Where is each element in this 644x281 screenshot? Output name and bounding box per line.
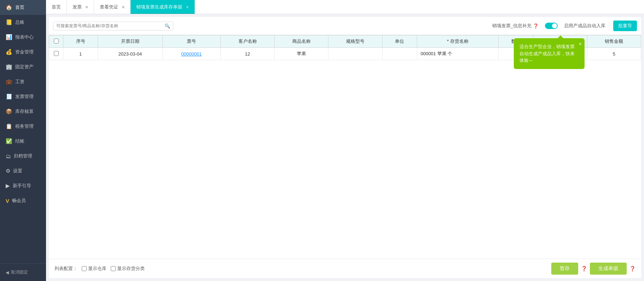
settings-icon: ⚙ bbox=[6, 168, 10, 174]
search-icon[interactable]: 🔍 bbox=[165, 23, 170, 29]
col-customer: 客户名称 bbox=[220, 35, 274, 48]
row-open-date: 2023-03-04 bbox=[98, 48, 162, 60]
generate-help-icon[interactable]: ❓ bbox=[629, 266, 636, 271]
col-open-date: 开票日期 bbox=[98, 35, 162, 48]
row-sales-amount: 5 bbox=[587, 48, 641, 60]
save-button[interactable]: 暂存 bbox=[551, 263, 578, 275]
save-help-icon[interactable]: ❓ bbox=[581, 266, 587, 271]
show-category-checkbox[interactable] bbox=[111, 266, 116, 271]
tax-icon: 📋 bbox=[6, 123, 12, 130]
row-spec bbox=[328, 48, 382, 60]
sidebar-item-assets[interactable]: 🏢 固定资产 bbox=[0, 59, 46, 74]
vip-icon: V bbox=[6, 198, 9, 204]
col-sales-amount: 销售金额 bbox=[587, 35, 641, 48]
sidebar-item-inventory[interactable]: 📦 库存核算 bbox=[0, 104, 46, 119]
sidebar-item-archive[interactable]: 🗂 归档管理 bbox=[0, 149, 46, 164]
tooltip-close-button[interactable]: × bbox=[579, 40, 582, 48]
tab-view-voucher[interactable]: 查看凭证 × bbox=[94, 0, 131, 14]
auto-toggle[interactable] bbox=[545, 23, 558, 29]
col-seq: 序号 bbox=[63, 35, 98, 48]
sidebar-item-guide[interactable]: ▶ 新手引导 bbox=[0, 178, 46, 193]
show-warehouse-label[interactable]: 显示仓库 bbox=[82, 265, 107, 272]
show-warehouse-checkbox[interactable] bbox=[82, 266, 87, 271]
row-unit bbox=[382, 48, 417, 60]
sidebar-item-invoice-mgmt[interactable]: 🧾 发票管理 bbox=[0, 89, 46, 104]
search-wrap[interactable]: 🔍 bbox=[53, 22, 173, 30]
tab-bar: 首页 发票 × 查看凭证 × 销项发票生成库存单据 × bbox=[46, 0, 644, 14]
sidebar-item-funds[interactable]: 💰 资金管理 bbox=[0, 45, 46, 59]
inventory-icon: 📦 bbox=[6, 108, 12, 115]
sidebar-item-labor[interactable]: 💼 工资 bbox=[0, 74, 46, 89]
sidebar-item-ledger[interactable]: 📒 总账 bbox=[0, 15, 46, 30]
col-inventory-name: * 存货名称 bbox=[417, 35, 499, 48]
sidebar-item-reports[interactable]: 📊 报表中心 bbox=[0, 30, 46, 45]
main-content: 首页 发票 × 查看凭证 × 销项发票生成库存单据 × 🔍 销项发票_信息补充 … bbox=[46, 0, 644, 281]
row-checkbox[interactable] bbox=[54, 51, 59, 56]
tooltip-popup: × 适合生产型企业，销项发票自动生成产成品入库，快来体验～ bbox=[514, 38, 585, 69]
row-seq: 1 bbox=[63, 48, 98, 60]
header-checkbox-cell bbox=[49, 35, 63, 48]
auto-label: 启用产成品自动入库 bbox=[564, 23, 605, 29]
row-customer: 12 bbox=[220, 48, 274, 60]
invoice-mgmt-icon: 🧾 bbox=[6, 93, 12, 100]
batch-button[interactable]: 批量导 bbox=[613, 21, 637, 31]
tab-sales-return[interactable]: 销项发票生成库存单据 × bbox=[131, 0, 195, 14]
tab-invoice-close[interactable]: × bbox=[85, 4, 88, 10]
row-inventory-name: 000001 苹果 个 bbox=[417, 48, 499, 60]
archive-icon: 🗂 bbox=[6, 153, 11, 159]
reports-icon: 📊 bbox=[6, 34, 12, 40]
pin-icon: ◀ bbox=[6, 270, 9, 275]
settlement-icon: ✅ bbox=[6, 138, 12, 144]
sidebar-item-vip[interactable]: V 畅会员 bbox=[0, 193, 46, 208]
show-category-label[interactable]: 显示存货分类 bbox=[111, 265, 145, 272]
sidebar-bottom: ◀ 取消固定 bbox=[0, 263, 46, 281]
bottom-toolbar: 列表配置： 显示仓库 显示存货分类 暂存 ❓ 生成单据 ❓ bbox=[49, 259, 641, 278]
tab-view-voucher-close[interactable]: × bbox=[122, 4, 125, 10]
tab-home[interactable]: 首页 bbox=[46, 0, 67, 14]
sidebar-item-tax[interactable]: 📋 税务管理 bbox=[0, 119, 46, 134]
guide-icon: ▶ bbox=[6, 183, 10, 189]
generate-button[interactable]: 生成单据 bbox=[590, 263, 627, 275]
list-config-label: 列表配置： bbox=[54, 265, 77, 272]
toggle-slider bbox=[545, 23, 558, 29]
sidebar-item-home[interactable]: 🏠 首页 bbox=[0, 0, 46, 15]
row-invoice-no[interactable]: 00000001 bbox=[162, 48, 220, 60]
assets-icon: 🏢 bbox=[6, 64, 12, 70]
info-help-icon[interactable]: ❓ bbox=[533, 23, 539, 29]
sidebar: 🏠 首页 📒 总账 📊 报表中心 💰 资金管理 🏢 固定资产 💼 工资 🧾 发票… bbox=[0, 0, 46, 281]
tab-sales-return-close[interactable]: × bbox=[186, 4, 189, 10]
pin-button[interactable]: ◀ 取消固定 bbox=[0, 266, 46, 278]
page-content: 🔍 销项发票_信息补充 ❓ 启用产成品自动入库 批量导 bbox=[49, 17, 641, 278]
tab-invoice[interactable]: 发票 × bbox=[67, 0, 94, 14]
col-invoice-no: 票号 bbox=[162, 35, 220, 48]
col-spec: 规格型号 bbox=[328, 35, 382, 48]
col-product-name: 商品名称 bbox=[275, 35, 328, 48]
col-unit: 单位 bbox=[382, 35, 417, 48]
select-all-checkbox[interactable] bbox=[54, 39, 59, 44]
ledger-icon: 📒 bbox=[6, 19, 12, 25]
info-label: 销项发票_信息补充 ❓ bbox=[492, 23, 539, 29]
search-input[interactable] bbox=[56, 23, 163, 28]
bottom-actions: 暂存 ❓ 生成单据 ❓ bbox=[551, 263, 636, 275]
row-product-name: 苹果 bbox=[275, 48, 328, 60]
row-checkbox-cell bbox=[49, 48, 63, 60]
sidebar-item-settlement[interactable]: ✅ 结账 bbox=[0, 134, 46, 149]
funds-icon: 💰 bbox=[6, 49, 12, 55]
home-icon: 🏠 bbox=[6, 4, 12, 11]
labor-icon: 💼 bbox=[6, 79, 12, 85]
sidebar-item-settings[interactable]: ⚙ 设置 bbox=[0, 164, 46, 178]
toolbar-top: 🔍 销项发票_信息补充 ❓ 启用产成品自动入库 批量导 bbox=[49, 17, 641, 35]
